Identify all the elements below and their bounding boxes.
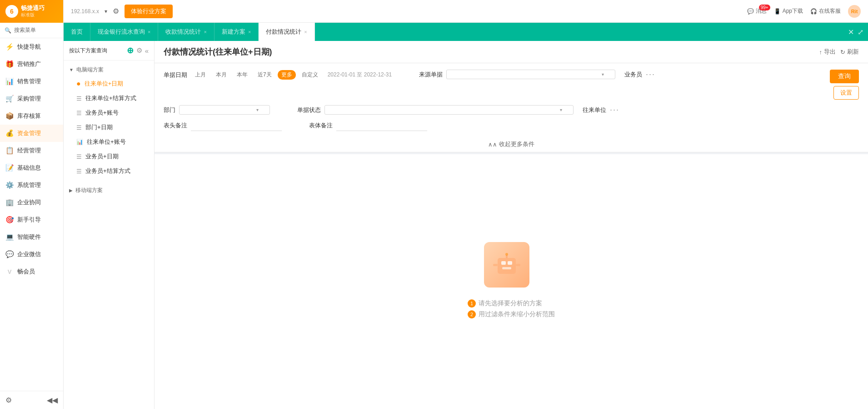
tab-receipt-stats-close-icon[interactable]: × (204, 29, 206, 35)
filter-date: 单据日期 上月 本月 本年 近7天 更多 自定义 2022-01-01 至 20… (164, 70, 392, 80)
topbar-gear-icon[interactable]: ⚙ (113, 7, 119, 15)
tab-payment-stats[interactable]: 付款情况统计 × (259, 23, 314, 41)
staff-dots-icon[interactable]: ··· (646, 70, 655, 79)
query-btn[interactable]: 查询 (830, 70, 859, 83)
customer-service-btn[interactable]: 🎧 在线客服 (810, 7, 841, 15)
collapse-bar[interactable]: ∧∧ 收起更多条件 (164, 136, 859, 152)
date-btn-this-month[interactable]: 本月 (212, 70, 231, 80)
settings-btn[interactable]: 设置 (833, 86, 859, 100)
tab-receipt-stats-label: 收款情况统计 (165, 28, 201, 36)
company-icon: 🏢 (5, 198, 14, 207)
trial-btn[interactable]: 体验行业方案 (125, 5, 173, 18)
sidebar-item-sales[interactable]: 📊 销售管理 (0, 73, 63, 90)
customer-service-icon: 🎧 (810, 8, 817, 15)
date-btn-last-month[interactable]: 上月 (191, 70, 210, 80)
sidebar-item-operations[interactable]: 📋 经营管理 (0, 142, 63, 159)
hardware-icon: 💻 (5, 233, 14, 241)
filter-row-2: 部门 ▾ 单据状态 ▾ 往来单位 (164, 105, 859, 115)
source-voucher-select[interactable]: ▾ (446, 70, 615, 79)
empty-hint-2: 2 用过滤条件来缩小分析范围 (468, 310, 555, 318)
collapse-sidebar-icon[interactable]: ◀◀ (47, 396, 58, 404)
tab-payment-stats-close-icon[interactable]: × (304, 29, 307, 35)
tab-new-scheme[interactable]: 新建方案 × (215, 23, 259, 41)
scheme-add-icon[interactable]: ⊕ (127, 45, 134, 56)
date-btn-custom[interactable]: 自定义 (298, 70, 322, 80)
search-menu[interactable]: 🔍 搜索菜单 (0, 23, 63, 38)
scheme-group-mobile: ▶ 移动端方案 (64, 181, 154, 200)
scheme-item-staff-date[interactable]: ☰ 业务员+日期 (64, 149, 154, 164)
sidebar-item-member[interactable]: V 畅会员 (0, 263, 63, 280)
search-menu-label: 搜索菜单 (14, 26, 36, 34)
scheme-group-mobile-header[interactable]: ▶ 移动端方案 (64, 184, 154, 197)
tab-receipt-stats[interactable]: 收款情况统计 × (158, 23, 214, 41)
scheme-item-staff-settle[interactable]: ☰ 业务员+结算方式 (64, 164, 154, 178)
sidebar-item-newbie[interactable]: 🎯 新手引导 (0, 211, 63, 228)
scheme-panel-label: 按以下方案查询 (69, 47, 107, 55)
wechat-icon: 💬 (5, 250, 14, 258)
table-header-note-input[interactable] (191, 120, 282, 131)
scheme-group-pc-header[interactable]: ▼ 电脑端方案 (64, 63, 154, 76)
empty-illustration (484, 242, 539, 288)
app-download-btn[interactable]: 📱 App下载 (774, 7, 803, 15)
staff-label: 业务员 (624, 71, 642, 79)
voucher-date-label: 单据日期 (164, 71, 187, 79)
sidebar-item-wechat[interactable]: 💬 企业微信 (0, 246, 63, 263)
address-dropdown[interactable]: ▾ (105, 8, 107, 15)
maximize-icon[interactable]: ⤢ (858, 28, 863, 36)
settings-footer-icon[interactable]: ⚙ (5, 396, 12, 404)
empty-hint-1: 1 请先选择要分析的方案 (468, 299, 555, 308)
export-btn[interactable]: ↑ 导出 (819, 48, 836, 56)
sidebar-item-quick-nav[interactable]: ⚡ 快捷导航 (0, 38, 63, 56)
voucher-status-select[interactable]: ▾ (324, 105, 574, 115)
scheme-item-staff-account[interactable]: ☰ 业务员+账号 (64, 106, 154, 120)
scheme-item-unit-date-label: 往来单位+日期 (85, 80, 124, 88)
table-body-note-input[interactable] (336, 120, 427, 131)
sidebar-item-company-label: 企业协同 (17, 198, 41, 207)
sidebar-item-wechat-label: 企业微信 (17, 250, 41, 258)
messages-btn[interactable]: 💬 消息 99+ (747, 7, 767, 15)
refresh-btn[interactable]: ↻ 刷新 (840, 48, 859, 56)
avatar: Rit (848, 5, 861, 18)
svg-rect-7 (516, 264, 520, 266)
close-all-tabs-icon[interactable]: ✕ (848, 28, 854, 36)
filter-row-3: 表头备注 表体备注 (164, 120, 859, 131)
scheme-settings-icon[interactable]: ⚙ (136, 46, 142, 55)
tabbar: 首页 现金银行流水查询 × 收款情况统计 × 新建方案 × 付款情况统计 × ✕… (64, 23, 868, 41)
basics-icon: 📝 (5, 164, 14, 172)
date-btn-this-year[interactable]: 本年 (233, 70, 252, 80)
sidebar-item-system-label: 系统管理 (17, 181, 41, 189)
scheme-item-dept-date-icon: ☰ (76, 124, 82, 131)
sidebar-item-marketing[interactable]: 🎁 营销推广 (0, 56, 63, 73)
sales-icon: 📊 (5, 77, 14, 86)
sidebar-item-company[interactable]: 🏢 企业协同 (0, 194, 63, 211)
hint-text-2: 用过滤条件来缩小分析范围 (479, 310, 555, 318)
scheme-item-dept-date[interactable]: ☰ 部门+日期 (64, 120, 154, 135)
scheme-item-unit-date[interactable]: ● 往来单位+日期 (64, 76, 154, 91)
scheme-collapse-icon[interactable]: « (145, 47, 149, 55)
sidebar-item-hardware[interactable]: 💻 智能硬件 (0, 228, 63, 246)
filter-staff: 业务员 ··· (624, 70, 821, 79)
scheme-group-mobile-label: 移动端方案 (75, 187, 103, 194)
user-menu[interactable]: Rit (848, 5, 861, 18)
sidebar-nav: ⚡ 快捷导航 🎁 营销推广 📊 销售管理 🛒 采购管理 📦 库存核算 💰 资金管… (0, 38, 63, 391)
date-btn-more[interactable]: 更多 (278, 70, 296, 80)
source-voucher-label: 来源单据 (419, 71, 443, 79)
date-btn-last-7[interactable]: 近7天 (254, 70, 276, 80)
tab-payment-stats-label: 付款情况统计 (266, 28, 301, 36)
filter-dept: 部门 ▾ (164, 105, 270, 115)
scheme-item-unit-account[interactable]: 📊 往来单位+账号 (64, 135, 154, 149)
sidebar-item-fund[interactable]: 💰 资金管理 (0, 125, 63, 142)
scheme-item-unit-settle[interactable]: ☰ 往来单位+结算方式 (64, 91, 154, 106)
tab-bank-flow-close-icon[interactable]: × (148, 29, 150, 35)
tab-bank-flow[interactable]: 现金银行流水查询 × (90, 23, 158, 41)
sidebar-item-inventory-label: 库存核算 (17, 112, 41, 120)
tab-home[interactable]: 首页 (64, 23, 90, 41)
sidebar-item-purchase[interactable]: 🛒 采购管理 (0, 90, 63, 107)
dept-select[interactable]: ▾ (179, 105, 270, 115)
sidebar-item-basics[interactable]: 📝 基础信息 (0, 159, 63, 177)
tab-new-scheme-close-icon[interactable]: × (248, 29, 251, 35)
related-unit-dots-icon[interactable]: ··· (610, 105, 619, 115)
sidebar-item-inventory[interactable]: 📦 库存核算 (0, 107, 63, 125)
related-unit-label: 往来单位 (583, 106, 606, 114)
sidebar-item-system[interactable]: ⚙️ 系统管理 (0, 177, 63, 194)
